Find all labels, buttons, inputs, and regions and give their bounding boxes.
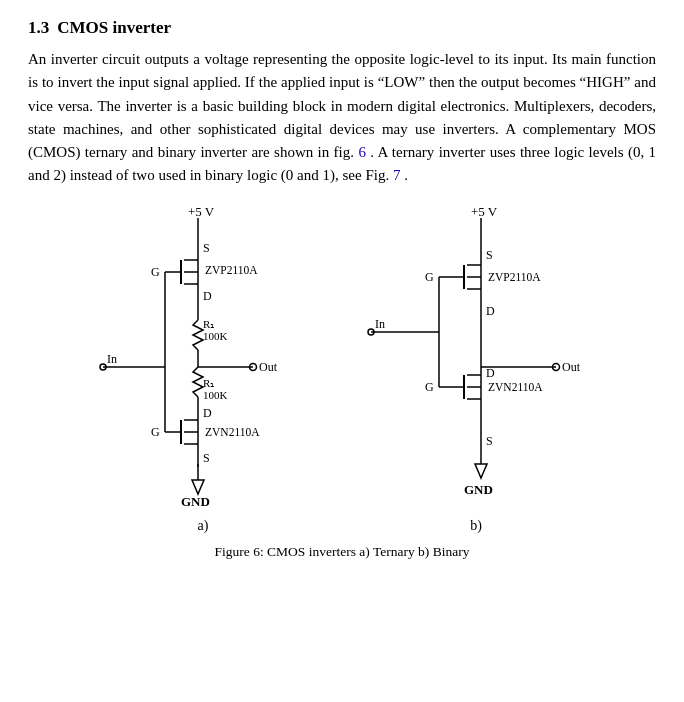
para-text-3: . — [404, 167, 408, 183]
r1-top-label-a: R₁ — [203, 318, 214, 330]
g-bot-label-a: G — [151, 425, 160, 439]
circuit-b-svg: +5 V S G ZVP2110A D — [361, 202, 591, 512]
circuit-b: +5 V S G ZVP2110A D — [361, 202, 591, 534]
body-paragraph: An inverter circuit outputs a voltage re… — [28, 48, 656, 188]
svg-marker-19 — [192, 480, 204, 494]
ref-link-1[interactable]: 6 — [358, 144, 366, 160]
s-bot-label-b: S — [486, 434, 493, 448]
circuit-b-label: b) — [470, 518, 482, 534]
in-label-a: In — [107, 352, 117, 366]
g-top-label-b: G — [425, 270, 434, 284]
section-number: 1.3 — [28, 18, 49, 38]
section-title-text: CMOS inverter — [57, 18, 171, 38]
figure-area: +5 V S G ZVP2110A — [28, 202, 656, 560]
gnd-label-a: GND — [181, 494, 210, 509]
s-top-label-a: S — [203, 241, 210, 255]
vdd-b-label: +5 V — [471, 204, 498, 219]
r1-bot-label-a: R₁ — [203, 377, 214, 389]
r1-top-val-a: 100K — [203, 330, 228, 342]
in-label-b: In — [375, 317, 385, 331]
vdd-a-label: +5 V — [188, 204, 215, 219]
out-label-b: Out — [562, 360, 581, 374]
zvn2110a-label-b: ZVN2110A — [488, 381, 543, 393]
out-label-a: Out — [259, 360, 278, 374]
zvn2110a-label-a: ZVN2110A — [205, 426, 260, 438]
s-bot-label-a: S — [203, 451, 210, 465]
figure-caption: Figure 6: CMOS inverters a) Ternary b) B… — [215, 544, 470, 560]
gnd-label-b: GND — [464, 482, 493, 497]
circuit-a-label: a) — [198, 518, 209, 534]
d-bot-label-b: D — [486, 366, 495, 380]
d-bot-label-a: D — [203, 406, 212, 420]
section-heading: 1.3 CMOS inverter — [28, 18, 656, 38]
s-top-label-b: S — [486, 248, 493, 262]
ref-link-2[interactable]: 7 — [393, 167, 401, 183]
d-top-label-a: D — [203, 289, 212, 303]
d-top-label-b: D — [486, 304, 495, 318]
circuit-a-svg: +5 V S G ZVP2110A — [93, 202, 313, 512]
zvp2110a-top-label-a: ZVP2110A — [205, 264, 258, 276]
r1-bot-val-a: 100K — [203, 389, 228, 401]
g-top-label-a: G — [151, 265, 160, 279]
svg-marker-41 — [475, 464, 487, 478]
zvp2110a-label-b: ZVP2110A — [488, 271, 541, 283]
g-bot-label-b: G — [425, 380, 434, 394]
circuits-row: +5 V S G ZVP2110A — [28, 202, 656, 534]
circuit-a: +5 V S G ZVP2110A — [93, 202, 313, 534]
